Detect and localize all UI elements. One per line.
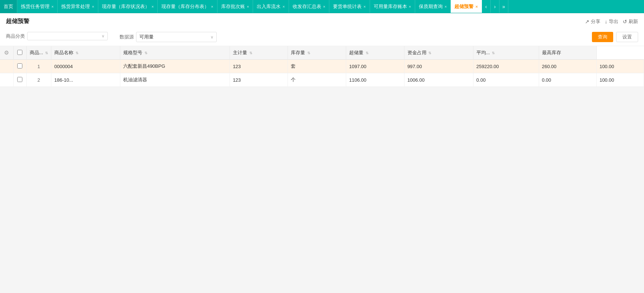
nav-order-stats[interactable]: 要货单统计表 × — [329, 0, 370, 13]
product-category-arrow: ∨ — [102, 34, 105, 38]
col-avg-sort[interactable]: ⇅ — [492, 51, 495, 55]
nav-prev-arrow[interactable]: ‹ — [482, 0, 491, 13]
col-stock-qty-sort[interactable]: ⇅ — [307, 51, 310, 55]
nav-in-out-flow-label: 出入库流水 — [257, 3, 281, 10]
nav-in-out-flow[interactable]: 出入库流水 × — [253, 0, 289, 13]
row-checkbox-1[interactable] — [17, 77, 22, 82]
row-avg: 260.00 — [539, 60, 596, 73]
datasource-filter: 数据源 可用量 ∨ — [120, 32, 217, 42]
row-overstock-qty: 1006.00 — [404, 73, 473, 87]
nav-in-out-flow-close[interactable]: × — [282, 4, 285, 9]
row-max-stock: 100.00 — [596, 73, 644, 87]
col-avg: 平均... ⇅ — [473, 46, 539, 60]
col-capital-sort[interactable]: ⇅ — [428, 51, 431, 55]
settings-button[interactable]: 设置 — [616, 32, 638, 42]
col-unit: 主计量 ⇅ — [230, 46, 288, 60]
filters-wrapper: 商品分类 ∨ 数据源 可用量 ∨ 查询 设置 — [0, 28, 644, 46]
row-spec: 123 — [230, 73, 288, 87]
nav-recv-send-summary[interactable]: 收发存汇总表 × — [289, 0, 329, 13]
nav-overstock-warning[interactable]: 超储预警 × — [451, 0, 482, 13]
nav-stock-dist-close[interactable]: × — [211, 4, 213, 9]
nav-exception-close[interactable]: × — [92, 4, 94, 9]
nav-order-stats-close[interactable]: × — [363, 4, 366, 9]
col-checkbox — [13, 46, 26, 60]
refresh-button[interactable]: ↺ 刷新 — [623, 18, 638, 25]
nav-available-account-label: 可用量库存账本 — [374, 3, 407, 10]
query-button[interactable]: 查询 — [592, 32, 613, 42]
col-gear: ⚙ — [0, 46, 13, 60]
header-actions: ↗ 分享 ↓ 导出 ↺ 刷新 — [585, 18, 638, 25]
row-stock-qty: 1106.00 — [346, 73, 405, 87]
product-category-select[interactable]: ∨ — [27, 32, 108, 40]
nav-order-stats-label: 要货单统计表 — [333, 3, 362, 10]
col-unit-sort[interactable]: ⇅ — [249, 51, 252, 55]
col-spec-label: 规格型号 — [123, 50, 142, 55]
col-max-stock-label: 最高库存 — [542, 50, 561, 55]
table-row: 1 0000004 六配套新昌490BPG 123 套 1097.00 997.… — [0, 60, 644, 73]
nav-home[interactable]: 首页 — [0, 0, 17, 13]
refresh-icon: ↺ — [623, 19, 627, 25]
datasource-value: 可用量 — [139, 34, 154, 40]
nav-overstock-warning-close[interactable]: × — [475, 4, 477, 9]
row-product-name: 机油滤清器 — [120, 73, 230, 87]
nav-stock-status-close[interactable]: × — [151, 4, 154, 9]
col-spec-sort[interactable]: ⇅ — [144, 51, 147, 55]
table-body: 1 0000004 六配套新昌490BPG 123 套 1097.00 997.… — [0, 60, 644, 87]
column-gear-icon[interactable]: ⚙ — [4, 49, 9, 56]
col-product-code-sort[interactable]: ⇅ — [45, 51, 48, 55]
nav-stock-dist[interactable]: 现存量（库存分布表） × — [158, 0, 217, 13]
filters-row: 商品分类 ∨ 数据源 可用量 ∨ 查询 设置 — [6, 32, 638, 42]
col-unit-label: 主计量 — [233, 50, 247, 55]
nav-overstock-warning-label: 超储预警 — [454, 3, 473, 10]
nav-exception[interactable]: 拣货异常处理 × — [58, 0, 98, 13]
row-capital: 259220.00 — [473, 60, 539, 73]
row-gear-cell — [0, 60, 13, 73]
col-avg-label: 平均... — [476, 50, 490, 55]
select-all-checkbox[interactable] — [17, 50, 22, 55]
nav-stock-status[interactable]: 现存量（库存状况表） × — [98, 0, 158, 13]
nav-expiry[interactable]: 保质期查询 × — [415, 0, 451, 13]
nav-expiry-label: 保质期查询 — [419, 3, 443, 10]
top-navigation: 首页 拣货任务管理 × 拣货异常处理 × 现存量（库存状况表） × 现存量（库存… — [0, 0, 644, 13]
row-max-stock: 100.00 — [596, 60, 644, 73]
nav-recv-send-summary-close[interactable]: × — [323, 4, 325, 9]
refresh-label: 刷新 — [629, 18, 638, 25]
nav-task-mgmt-close[interactable]: × — [51, 4, 54, 9]
table-row: 2 186-10... 机油滤清器 123 个 1106.00 1006.00 … — [0, 73, 644, 87]
filter-buttons: 查询 设置 — [592, 32, 638, 42]
overstock-table: ⚙ 商品... ⇅ 商品名称 ⇅ 规格型号 ⇅ 主计量 — [0, 46, 644, 87]
row-gear-cell — [0, 73, 13, 87]
row-capital: 0.00 — [473, 73, 539, 87]
row-unit: 个 — [288, 73, 346, 87]
nav-stock-status-label: 现存量（库存状况表） — [102, 3, 150, 10]
col-overstock-qty-sort[interactable]: ⇅ — [366, 51, 369, 55]
col-overstock-qty-label: 超储量 — [349, 50, 363, 55]
share-icon: ↗ — [585, 19, 589, 25]
nav-home-label: 首页 — [4, 3, 13, 10]
datasource-select[interactable]: 可用量 ∨ — [136, 32, 217, 42]
col-stock-qty-label: 库存量 — [291, 50, 305, 55]
nav-expiry-close[interactable]: × — [444, 4, 447, 9]
row-product-code: 0000004 — [51, 60, 120, 73]
export-button[interactable]: ↓ 导出 — [605, 18, 618, 25]
nav-available-account[interactable]: 可用量库存账本 × — [370, 0, 415, 13]
row-overstock-qty: 997.00 — [404, 60, 473, 73]
row-checkbox-0[interactable] — [17, 63, 22, 68]
nav-batch-account-close[interactable]: × — [247, 4, 249, 9]
share-button[interactable]: ↗ 分享 — [585, 18, 600, 25]
table-container: ⚙ 商品... ⇅ 商品名称 ⇅ 规格型号 ⇅ 主计量 — [0, 46, 644, 87]
col-product-name-label: 商品名称 — [54, 50, 73, 55]
nav-batch-account[interactable]: 库存批次账 × — [217, 0, 253, 13]
col-spec: 规格型号 ⇅ — [120, 46, 230, 60]
share-label: 分享 — [591, 18, 600, 25]
nav-extra-arrow[interactable]: » — [500, 0, 508, 13]
page-title: 超储预警 — [6, 18, 29, 25]
row-product-name: 六配套新昌490BPG — [120, 60, 230, 73]
col-product-name-sort[interactable]: ⇅ — [76, 51, 78, 55]
nav-next-arrow[interactable]: › — [491, 0, 500, 13]
nav-available-account-close[interactable]: × — [409, 4, 411, 9]
product-category-label: 商品分类 — [6, 33, 25, 40]
row-num: 1 — [26, 60, 51, 73]
product-category-filter: 商品分类 ∨ — [6, 32, 108, 40]
nav-task-mgmt[interactable]: 拣货任务管理 × — [17, 0, 58, 13]
